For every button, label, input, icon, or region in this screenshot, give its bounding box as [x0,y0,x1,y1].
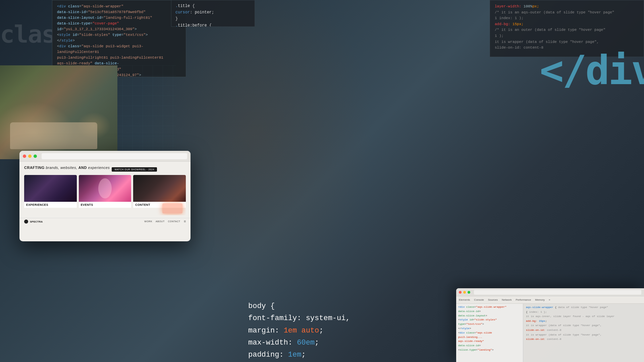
devtools-tabs: Elements Console Sources Network Perform… [456,296,644,304]
code-line: <style id="slide-styles" type="text/css"… [57,32,181,38]
code-line: data-slice-id= [458,344,521,348]
code-line: data-slice-layout= [458,314,521,318]
card-events[interactable]: EVENTS [79,175,131,215]
card-experiences-label: EXPERIENCES [24,202,77,208]
browser-main[interactable]: CRAFTING brands, websites, AND experienc… [19,151,191,241]
code-line: pui3-landing... [458,335,521,340]
card-content[interactable]: CONTENT [133,175,186,215]
code-line: <div class="aqs-slide [458,331,521,335]
code-line: max-width: 60em; [248,337,362,349]
code-line: <slice-type="landing"> [458,348,521,352]
code-line: <style id="slide-styles" [458,318,521,322]
css-code-panel: body { font-family: system-ui, margin: 1… [241,295,369,362]
devtools-tab-console[interactable]: Console [474,298,484,301]
code-line: it is wrapper (data of slide type "hover… [495,39,639,45]
code-line: aqs-slide-ready" [458,339,521,344]
brand-name: SPECTRA [30,220,43,223]
browser-minimize-button[interactable] [28,155,32,158]
devtools-tab-performance[interactable]: Performance [516,298,531,301]
devtools-close-button[interactable] [459,291,462,294]
code-line: aqs-slide-wrapper { data of slide type "… [526,305,641,310]
code-line: margin: 1em auto; [248,325,362,337]
devtools-tab-network[interactable]: Network [502,298,512,301]
code-line: slide-on-id: content-8 [526,328,641,333]
code-line: data-slice-layout-id="landing-full-right… [57,15,181,21]
code-line: data-slice-type="cover-page" [57,21,181,26]
code-line: id="yui_3_17_2_1_1733343124364_309"> [57,26,181,32]
devtools-right-panel: aqs-slide-wrapper { data of slide type "… [523,304,644,362]
code-line: </style> [57,38,181,44]
footer-nav-contact[interactable]: CONTACT [168,220,180,223]
code-line: it is aqs-inner, slide layer found - aqs… [526,314,641,319]
code-panel-center-top: .title { cursor: pointer; } .title:befor… [171,0,255,27]
devtools-url-bar[interactable] [474,290,641,295]
code-line: add-bg: 15px; [526,319,641,323]
devtools-left-panel: <div class="aqs-slide-wrapper" data-slic… [456,304,523,362]
browser-devtools[interactable]: Elements Console Sources Network Perform… [456,288,644,362]
devtools-body: <div class="aqs-slide-wrapper" data-slic… [456,304,644,362]
code-line: { index: 1 }; [526,310,641,314]
browser-url-bar[interactable] [42,153,187,159]
browser-toolbar [19,151,191,162]
devtools-toolbar [456,288,644,296]
code-line: data-slice-id= [458,309,521,314]
devtools-tab-sources[interactable]: Sources [488,298,498,301]
code-line: } [175,16,251,22]
devtools-minimize-button[interactable] [463,291,466,294]
code-line: /* it is an aqs-outer (data of slide typ… [495,10,639,16]
code-line: .title { [175,3,251,9]
code-line: <div class="aqs-slide pui3-widget pui3-l… [57,44,181,55]
code-line: <div class="aqs-slide-wrapper" [458,305,521,309]
code-line: add-bg: 15px; [495,21,639,27]
code-line: body { [248,300,362,312]
footer-nav: WORK ABOUT CONTACT ☰ [144,220,186,223]
card-content-image [133,175,186,202]
showreel-button[interactable]: WATCH OUR SHOWREEL - 2024 [112,167,157,172]
code-line: padding: 1em; [248,349,362,361]
browser-close-button[interactable] [23,155,26,158]
code-line: /* it is an outer (data of slide type "h… [495,27,639,33]
footer-nav-work[interactable]: WORK [144,220,152,223]
brand-icon [24,220,28,224]
code-line: slide-on-id: content-8 [526,337,641,342]
code-line: .title:before { [175,22,251,27]
devtools-tab-elements[interactable]: Elements [459,298,470,301]
card-events-label: EVENTS [79,202,131,208]
code-line: 1 index: 1 ); [495,15,639,21]
code-line: 1 ); [495,33,639,39]
browser-cards: EXPERIENCES EVENTS CONTENT [24,175,186,215]
browser-headline: CRAFTING brands, websites, AND experienc… [24,166,110,170]
interior-photo [0,65,117,159]
code-line: </style> [458,326,521,331]
code-line: <div class="aqs-slide-wrapper" [57,4,181,9]
code-line: layer-width: 100%px; [495,4,639,10]
devtools-tab-memory[interactable]: Memory [535,298,545,301]
browser-content: CRAFTING brands, websites, AND experienc… [19,162,191,218]
code-line: cursor: pointer; [175,9,251,16]
browser-maximize-button[interactable] [34,155,37,158]
code-line: it is wrapper (data of slide type "hover… [526,333,641,337]
code-line: type="text/css"> [458,322,521,326]
card-experiences[interactable]: EXPERIENCES [24,175,77,215]
footer-nav-menu-icon[interactable]: ☰ [184,220,186,223]
footer-nav-about[interactable]: ABOUT [156,220,165,223]
code-line: data-slice-id="5e13cf581a857878f9we0fbd" [57,9,181,15]
devtools-maximize-button[interactable] [468,291,470,294]
browser-footer: SPECTRA WORK ABOUT CONTACT ☰ [19,218,191,225]
code-line: font-family: system-ui, [248,312,362,324]
code-line: it is wrapper (data of slide type "hover… [526,323,641,328]
code-line: pui3-landingFullright81 pui3-landingFull… [57,55,181,61]
card-experiences-image [24,175,77,202]
card-events-image [79,175,131,202]
devtools-tab-more[interactable]: » [549,298,550,301]
div-closing-tag: </div [540,47,644,94]
footer-brand: SPECTRA [24,220,43,224]
